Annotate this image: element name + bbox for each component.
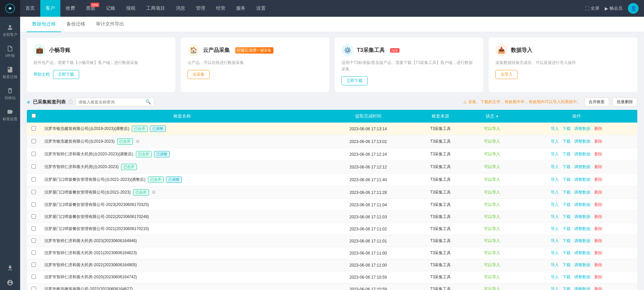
action-download[interactable]: 下载 bbox=[562, 164, 571, 169]
nav-item-home[interactable]: 首页 bbox=[20, 0, 40, 17]
nav-item-industry[interactable]: 工商项目 bbox=[141, 0, 170, 17]
action-download[interactable]: 下载 bbox=[562, 214, 571, 219]
nav-item-invoice[interactable]: 票据 new bbox=[80, 0, 101, 17]
action-adjust[interactable]: 调整数据 bbox=[574, 202, 590, 207]
action-adjust[interactable]: 调整数据 bbox=[574, 263, 590, 267]
action-adjust[interactable]: 调整数据 bbox=[574, 275, 590, 279]
action-adjust[interactable]: 调整数据 bbox=[574, 214, 590, 219]
fullscreen-button[interactable]: ⛶ 全屏 bbox=[585, 5, 599, 11]
import-btn[interactable]: 去导入 bbox=[495, 70, 518, 79]
action-download[interactable]: 下载 bbox=[562, 177, 571, 182]
action-import[interactable]: 导入 bbox=[551, 226, 559, 231]
action-delete[interactable]: 删除 bbox=[594, 152, 602, 156]
action-adjust[interactable]: 调整数据 bbox=[574, 139, 590, 144]
nav-item-fee[interactable]: 收费 bbox=[60, 0, 80, 17]
action-adjust[interactable]: 调整数据 bbox=[574, 250, 590, 255]
row-checkbox[interactable] bbox=[32, 202, 36, 207]
row-checkbox[interactable] bbox=[32, 263, 36, 267]
action-download[interactable]: 下载 bbox=[562, 275, 571, 279]
nav-item-manage[interactable]: 管理 bbox=[191, 0, 211, 17]
action-delete[interactable]: 删除 bbox=[594, 126, 602, 131]
action-import[interactable]: 导入 bbox=[551, 139, 559, 144]
action-import[interactable]: 导入 bbox=[551, 250, 559, 255]
row-checkbox[interactable] bbox=[32, 126, 36, 131]
avatar[interactable]: 👤 bbox=[628, 3, 639, 14]
sidebar-item-zero-report[interactable]: 0申报 bbox=[0, 41, 20, 62]
action-import[interactable]: 导入 bbox=[551, 275, 559, 279]
row-checkbox[interactable] bbox=[32, 152, 36, 156]
action-delete[interactable]: 删除 bbox=[594, 214, 602, 219]
action-adjust[interactable]: 调整数据 bbox=[574, 226, 590, 231]
nav-item-operate[interactable]: 经营 bbox=[211, 0, 231, 17]
action-download[interactable]: 下载 bbox=[562, 226, 571, 231]
member-button[interactable]: ▶ 畅会员 bbox=[605, 5, 623, 11]
sidebar-item-migrate[interactable]: 账套迁移 bbox=[0, 62, 20, 83]
action-import[interactable]: 导入 bbox=[551, 177, 559, 182]
tab-audit-export[interactable]: 审计文件导出 bbox=[91, 17, 129, 32]
action-delete[interactable]: 删除 bbox=[594, 177, 602, 182]
collect-btn[interactable]: 去采集 bbox=[187, 70, 210, 79]
help-doc-link[interactable]: 帮助文档 bbox=[34, 72, 50, 77]
action-import[interactable]: 导入 bbox=[551, 214, 559, 219]
row-checkbox[interactable] bbox=[32, 139, 36, 143]
action-download[interactable]: 下载 bbox=[562, 139, 571, 144]
action-download[interactable]: 下载 bbox=[562, 190, 571, 195]
action-delete[interactable]: 删除 bbox=[594, 226, 602, 231]
sidebar-item-profile[interactable] bbox=[0, 275, 20, 290]
action-adjust[interactable]: 调整数据 bbox=[574, 287, 590, 290]
nav-item-tax[interactable]: 报税 bbox=[121, 0, 141, 17]
action-delete[interactable]: 删除 bbox=[594, 287, 602, 290]
row-checkbox[interactable] bbox=[32, 226, 36, 231]
nav-item-customer[interactable]: 客户 bbox=[40, 0, 60, 17]
action-delete[interactable]: 删除 bbox=[594, 202, 602, 207]
action-download[interactable]: 下载 bbox=[562, 238, 571, 243]
tab-backup-migrate[interactable]: 备份迁移 bbox=[61, 17, 91, 32]
tab-data-migrate[interactable]: 数据包迁移 bbox=[27, 17, 61, 32]
action-delete[interactable]: 删除 bbox=[594, 275, 602, 279]
nav-item-account[interactable]: 记账 bbox=[101, 0, 121, 17]
action-delete[interactable]: 删除 bbox=[594, 238, 602, 243]
row-checkbox[interactable] bbox=[32, 190, 36, 194]
action-import[interactable]: 导入 bbox=[551, 126, 559, 131]
action-import[interactable]: 导入 bbox=[551, 238, 559, 243]
action-download[interactable]: 下载 bbox=[562, 287, 571, 290]
action-delete[interactable]: 删除 bbox=[594, 190, 602, 195]
row-checkbox[interactable] bbox=[32, 164, 36, 169]
row-checkbox[interactable] bbox=[32, 214, 36, 219]
action-delete[interactable]: 删除 bbox=[594, 263, 602, 267]
search-button[interactable]: 🔍 bbox=[143, 98, 154, 106]
sidebar-item-all-customers[interactable]: 全部客户 bbox=[0, 20, 20, 41]
action-delete[interactable]: 删除 bbox=[594, 139, 602, 144]
row-checkbox[interactable] bbox=[32, 250, 36, 255]
action-adjust[interactable]: 调整数据 bbox=[574, 164, 590, 169]
action-download[interactable]: 下载 bbox=[562, 202, 571, 207]
sidebar-item-download[interactable] bbox=[0, 261, 20, 275]
action-download[interactable]: 下载 bbox=[562, 250, 571, 255]
action-delete[interactable]: 删除 bbox=[594, 164, 602, 169]
action-download[interactable]: 下载 bbox=[562, 152, 571, 156]
row-checkbox[interactable] bbox=[32, 177, 36, 182]
download-btn-3[interactable]: 立即下载 bbox=[341, 76, 368, 85]
action-import[interactable]: 导入 bbox=[551, 263, 559, 267]
action-adjust[interactable]: 调整数据 bbox=[574, 177, 590, 182]
nav-item-message[interactable]: 消息 bbox=[170, 0, 191, 17]
action-adjust[interactable]: 调整数据 bbox=[574, 152, 590, 156]
action-adjust[interactable]: 调整数据 bbox=[574, 126, 590, 131]
action-delete[interactable]: 删除 bbox=[594, 250, 602, 255]
sidebar-item-recycle[interactable]: 回收站 bbox=[0, 83, 20, 104]
action-adjust[interactable]: 调整数据 bbox=[574, 238, 590, 243]
action-import[interactable]: 导入 bbox=[551, 202, 559, 207]
sidebar-item-tags[interactable]: 标签设置 bbox=[0, 104, 20, 126]
search-input[interactable] bbox=[76, 98, 143, 106]
batch-delete-button[interactable]: 批量删除 bbox=[612, 97, 637, 106]
action-adjust[interactable]: 调整数据 bbox=[574, 190, 590, 195]
row-checkbox[interactable] bbox=[32, 275, 36, 279]
expand-toggle[interactable]: ⊕ bbox=[27, 100, 30, 104]
action-import[interactable]: 导入 bbox=[551, 287, 559, 290]
action-import[interactable]: 导入 bbox=[551, 152, 559, 156]
action-import[interactable]: 导入 bbox=[551, 190, 559, 195]
action-import[interactable]: 导入 bbox=[551, 164, 559, 169]
download-btn-1[interactable]: 立即下载 bbox=[53, 70, 79, 79]
action-download[interactable]: 下载 bbox=[562, 263, 571, 267]
nav-item-service[interactable]: 服务 bbox=[231, 0, 251, 17]
